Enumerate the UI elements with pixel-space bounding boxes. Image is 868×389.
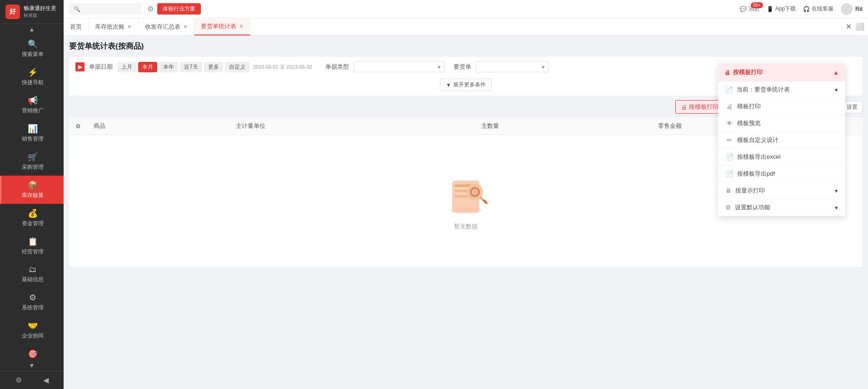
expand-filter-btn[interactable]: ▶ — [75, 62, 85, 71]
date-current-month-btn[interactable]: 本月 — [138, 62, 157, 72]
dropdown-item-export-pdf[interactable]: 📄 按模板导出pdf — [718, 166, 845, 182]
date-range-display: 2023-06-01 至 2023-06-30 — [253, 64, 312, 71]
main-area: 🔍 ⚙ 体验行业方案 💬 消息 99+ 📱 App下载 🎧 在线客服 — [64, 0, 868, 389]
page-header: 要货单统计表(按商品) — [69, 41, 863, 51]
sidebar-item-marketing[interactable]: 📢 营销推广 — [0, 91, 64, 119]
sidebar-item-sales-label: 销售管理 — [22, 135, 44, 143]
export-pdf-icon: 📄 — [725, 170, 733, 177]
basic-icon: 🗂 — [29, 265, 37, 274]
user-name: Rit — [855, 5, 863, 12]
order-select[interactable] — [476, 61, 549, 72]
dropdown-item-template-print[interactable]: 🖨 模板打印 — [718, 98, 845, 115]
tab-home[interactable]: 首页 — [64, 18, 89, 35]
scroll-up-btn[interactable]: ▲ — [0, 24, 64, 35]
messages-btn[interactable]: 💬 消息 99+ — [740, 5, 759, 13]
date-7days-btn[interactable]: 近7天 — [180, 62, 202, 72]
collapse-sidebar-icon[interactable]: ◀ — [43, 376, 49, 384]
close-inventory-batch-icon[interactable]: ✕ — [127, 24, 132, 30]
order-status-label: 要货单 — [454, 63, 471, 71]
default-fn-icon: ⚙ — [725, 204, 731, 211]
current-template-icon: 📄 — [725, 86, 733, 93]
col-settings[interactable]: ⚙ — [69, 117, 87, 135]
dropdown-default-fn[interactable]: ⚙ 设置默认功能 ▾ — [718, 199, 845, 216]
sidebar-item-operation-label: 经营管理 — [22, 248, 44, 256]
expand-more-btn[interactable]: ▼ 展开更多条件 — [440, 79, 492, 91]
settings-bottom-icon[interactable]: ⚙ — [15, 376, 22, 384]
dropdown-item-export-excel[interactable]: 📄 按模板导出excel — [718, 149, 845, 166]
printer-icon: 🖨 — [681, 104, 687, 111]
system-icon: ⚙ — [29, 293, 36, 303]
scroll-down-btn[interactable]: ▼ — [0, 360, 64, 371]
dropdown-current-item[interactable]: 📄 当前：要货单统计表 ▾ — [718, 81, 845, 98]
dropdown-header: 🖨 按模板打印 ▲ — [718, 64, 845, 81]
default-fn-arrow: ▾ — [835, 204, 838, 211]
avatar — [841, 3, 853, 15]
tab-inventory-batch-label: 库存批次账 — [95, 23, 125, 31]
date-custom-btn[interactable]: 自定义 — [225, 62, 249, 72]
topbar-search[interactable]: 🔍 — [69, 3, 142, 15]
sidebar-nav: 🔍 搜索菜单 ⚡ 快捷导航 📢 营销推广 📊 销售管理 🛒 采购管理 📦 库存核… — [0, 35, 64, 360]
tab-receive-summary[interactable]: 收发存汇总表 ✕ — [139, 18, 195, 35]
dropdown-item-template-design[interactable]: ✏ 模板自定义设计 — [718, 132, 845, 149]
dropdown-item-template-preview[interactable]: 👁 模板预览 — [718, 115, 845, 132]
tab-inventory-batch[interactable]: 库存批次账 ✕ — [89, 18, 139, 35]
app-download-icon: 📱 — [767, 6, 773, 12]
app-download-btn[interactable]: 📱 App下载 — [767, 5, 796, 13]
topbar-left: 🔍 ⚙ 体验行业方案 — [69, 3, 740, 15]
search-text — [82, 5, 104, 13]
tab-receive-summary-label: 收发存汇总表 — [145, 23, 180, 31]
sidebar-item-basic[interactable]: 🗂 基础信息 — [0, 260, 64, 288]
date-prev-month-btn[interactable]: 上月 — [117, 62, 136, 72]
sales-icon: 📊 — [28, 124, 38, 134]
default-fn-left: ⚙ 设置默认功能 — [725, 203, 770, 212]
tab-home-label: 首页 — [70, 23, 82, 31]
online-service-label: 在线客服 — [812, 5, 833, 13]
close-all-tabs-icon[interactable]: ✕ — [846, 22, 852, 31]
message-icon: 💬 — [740, 6, 747, 12]
sidebar-item-purchase[interactable]: 🛒 采购管理 — [0, 147, 64, 176]
marketing-icon: 📢 — [28, 96, 38, 106]
export-pdf-label: 按模板导出pdf — [737, 170, 775, 178]
close-order-stats-icon[interactable]: ✕ — [239, 23, 244, 30]
sidebar-item-sales[interactable]: 📊 销售管理 — [0, 119, 64, 147]
sidebar-item-search[interactable]: 🔍 搜索菜单 — [0, 35, 64, 63]
display-print-arrow: ▾ — [835, 187, 838, 194]
print-dropdown: 🖨 按模板打印 ▲ 📄 当前：要货单统计表 ▾ 🖨 模板打印 👁 模板预览 ✏ … — [718, 64, 845, 216]
sidebar-item-system-label: 系统管理 — [22, 304, 44, 312]
type-select[interactable] — [354, 61, 444, 72]
date-current-year-btn[interactable]: 本年 — [159, 62, 178, 72]
gear-icon[interactable]: ⚙ — [147, 5, 154, 13]
export-excel-icon: 📄 — [725, 153, 733, 161]
date-more-btn[interactable]: 更多 — [204, 62, 223, 72]
sidebar-item-guide[interactable]: 🎯 新手引导 — [0, 344, 64, 360]
sidebar-item-finance[interactable]: 💰 资金管理 — [0, 204, 64, 232]
date-label: 单据日期 — [89, 63, 113, 71]
type-select-wrapper — [354, 61, 444, 72]
sidebar-bottom: ⚙ ◀ — [0, 371, 64, 389]
col-unit: 主计量单位 — [229, 117, 475, 135]
user-menu[interactable]: Rit — [841, 3, 863, 15]
export-excel-label: 按模板导出excel — [737, 153, 780, 161]
current-item-left: 📄 当前：要货单统计表 — [725, 86, 790, 94]
dropdown-title: 按模板打印 — [733, 68, 763, 76]
sidebar-item-operation[interactable]: 📋 经营管理 — [0, 232, 64, 260]
empty-illustration — [439, 172, 493, 217]
sidebar-item-basic-label: 基础信息 — [22, 276, 44, 283]
trial-button[interactable]: 体验行业方案 — [157, 3, 201, 15]
tabs-actions: ✕ ⬜ — [842, 22, 868, 31]
template-preview-icon: 👁 — [725, 120, 733, 127]
sidebar-item-marketing-label: 营销推广 — [22, 107, 44, 115]
sidebar-item-inventory[interactable]: 📦 库存核算 — [0, 176, 64, 204]
maximize-icon[interactable]: ⬜ — [855, 22, 864, 31]
sidebar-item-inventory-label: 库存核算 — [22, 192, 44, 199]
online-service-btn[interactable]: 🎧 在线客服 — [803, 5, 833, 13]
sidebar-item-collab[interactable]: 🤝 企业协同 — [0, 316, 64, 344]
close-receive-summary-icon[interactable]: ✕ — [183, 24, 188, 30]
sidebar-item-system[interactable]: ⚙ 系统管理 — [0, 288, 64, 316]
dropdown-display-print[interactable]: 🖥 按显示打印 ▾ — [718, 182, 845, 199]
sidebar-item-quick[interactable]: ⚡ 快捷导航 — [0, 63, 64, 91]
topbar-right: 💬 消息 99+ 📱 App下载 🎧 在线客服 Rit — [740, 3, 863, 15]
tab-order-stats[interactable]: 要货单统计表 ✕ — [195, 18, 250, 35]
dropdown-collapse-icon[interactable]: ▲ — [833, 69, 839, 76]
template-preview-label: 模板预览 — [737, 119, 761, 127]
